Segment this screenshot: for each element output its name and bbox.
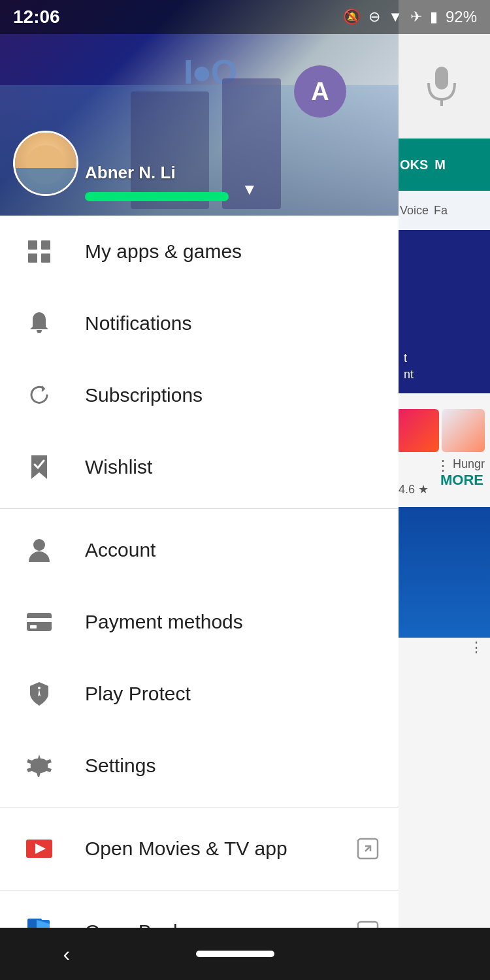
overflow-dots-2[interactable]: ⋮ (469, 639, 483, 656)
avatar-letter: A (311, 78, 329, 106)
menu-item-wishlist[interactable]: Wishlist (0, 431, 399, 503)
hero-username: Abner N. Li (85, 163, 176, 183)
airplane-icon: ✈ (410, 8, 422, 25)
progress-bar (85, 192, 229, 201)
svg-rect-5 (41, 253, 50, 263)
avatar-a[interactable]: A (294, 65, 346, 118)
menu-item-movies-tv[interactable]: Open Movies & TV app (0, 813, 399, 885)
external-link-icon-books (357, 921, 379, 928)
grid-icon (20, 232, 59, 271)
person-icon (20, 531, 59, 570)
dropdown-arrow[interactable]: ▼ (242, 180, 257, 199)
menu-item-my-apps[interactable]: My apps & games (0, 216, 399, 287)
app-thumb-1[interactable] (396, 409, 439, 452)
status-time: 12:06 (13, 7, 60, 27)
mic-area[interactable] (393, 34, 490, 139)
books-tab-label[interactable]: OKS (400, 157, 428, 172)
svg-rect-2 (28, 240, 37, 250)
voice-label: Voice (400, 204, 429, 218)
menu-label-wishlist: Wishlist (85, 456, 152, 478)
credit-card-icon (20, 602, 59, 642)
bell-icon (20, 304, 59, 343)
svg-rect-9 (30, 625, 37, 629)
status-icons: 🔕 ⊖ ▼ ✈ ▮ 92% (343, 8, 477, 26)
battery-percent: 92% (446, 8, 477, 26)
movies-tab-label[interactable]: M (434, 157, 446, 172)
face-graphic (15, 133, 76, 194)
menu-item-notifications[interactable]: Notifications (0, 287, 399, 359)
divider-after-movies-tv (0, 890, 399, 890)
svg-rect-3 (41, 240, 50, 250)
menu-label-subscriptions: Subscriptions (85, 384, 203, 406)
books-icon (20, 912, 59, 928)
wifi-icon: ▼ (388, 8, 402, 25)
app-thumb-2[interactable] (442, 409, 485, 452)
menu-item-books[interactable]: Open Books app (0, 896, 399, 928)
featured-dark-area: tnt (393, 230, 490, 393)
svg-point-6 (33, 539, 45, 551)
silhouette-1 (131, 91, 209, 209)
menu-label-settings: Settings (85, 755, 155, 777)
back-button[interactable]: ‹ (63, 942, 71, 966)
refresh-icon (20, 376, 59, 415)
right-overlay: OKS M Voice Fa tnt MORE ⋮ Hungr 4.6 ★ ⋮ (393, 0, 490, 980)
divider-after-wishlist (0, 508, 399, 509)
mute-icon: 🔕 (343, 8, 361, 25)
menu-label-my-apps: My apps & games (85, 240, 242, 263)
movies-icon (20, 829, 59, 868)
more-button[interactable]: MORE (440, 472, 483, 489)
svg-rect-4 (28, 253, 37, 263)
svg-rect-0 (435, 67, 448, 90)
bottom-navigation: ‹ (0, 928, 490, 980)
menu-item-account[interactable]: Account (0, 514, 399, 586)
external-link-icon-movies-tv (357, 838, 379, 860)
right-tabs-area: OKS M (393, 139, 490, 191)
menu-label-payment: Payment methods (85, 611, 243, 633)
minus-circle-icon: ⊖ (368, 8, 380, 25)
gear-icon (20, 746, 59, 785)
navigation-drawer: My apps & games Notifications Subscripti… (0, 216, 399, 928)
menu-label-books: Open Books app (85, 921, 231, 928)
menu-item-play-protect[interactable]: Play Protect (0, 658, 399, 730)
svg-rect-8 (27, 618, 52, 622)
shield-icon (20, 674, 59, 713)
menu-item-subscriptions[interactable]: Subscriptions (0, 359, 399, 431)
svg-rect-20 (358, 922, 378, 928)
battery-icon: ▮ (430, 8, 438, 25)
svg-point-11 (38, 687, 41, 689)
menu-label-notifications: Notifications (85, 312, 191, 335)
divider-after-settings (0, 807, 399, 808)
featured-text: tnt (404, 350, 414, 383)
home-pill[interactable] (196, 951, 274, 957)
menu-label-movies-tv: Open Movies & TV app (85, 838, 287, 860)
menu-label-play-protect: Play Protect (85, 683, 191, 705)
app-banner (393, 507, 490, 638)
menu-item-settings[interactable]: Settings (0, 730, 399, 802)
fam-label: Fa (434, 204, 448, 218)
profile-photo[interactable] (13, 131, 78, 196)
menu-label-account: Account (85, 539, 155, 561)
status-bar: 12:06 🔕 ⊖ ▼ ✈ ▮ 92% (0, 0, 490, 34)
menu-item-payment[interactable]: Payment methods (0, 586, 399, 658)
bookmark-check-icon (20, 448, 59, 487)
